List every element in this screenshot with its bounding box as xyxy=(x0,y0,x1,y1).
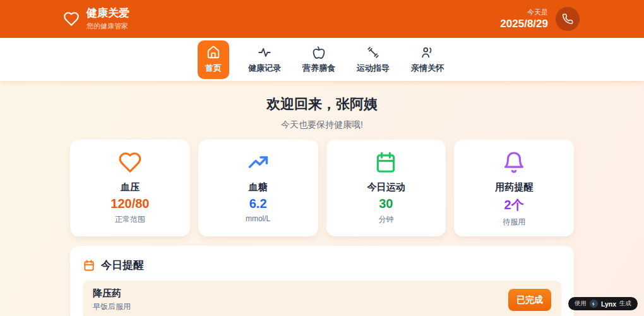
phone-icon xyxy=(562,13,573,25)
health-app-page: 健康关爱 您的健康管家 今天是 2025/8/29 首页 健康记录 营养膳食 xyxy=(0,0,644,316)
apple-icon xyxy=(312,46,326,59)
card-blood-sugar[interactable]: 血糖 6.2 mmol/L xyxy=(198,140,318,236)
tab-label: 营养膳食 xyxy=(302,63,335,74)
home-icon xyxy=(206,46,220,59)
stat-title: 用药提醒 xyxy=(459,181,569,193)
app-title: 健康关爱 xyxy=(86,7,129,20)
header-right: 今天是 2025/8/29 xyxy=(500,7,580,31)
stat-cards: 血压 120/80 正常范围 血糖 6.2 mmol/L 今日运动 30 分钟 … xyxy=(70,140,574,236)
tab-home[interactable]: 首页 xyxy=(198,40,229,79)
tab-label: 亲情关怀 xyxy=(411,63,444,74)
reminders-title: 今日提醒 xyxy=(101,258,144,272)
phone-call-button[interactable] xyxy=(556,7,580,31)
stat-value: 30 xyxy=(331,197,441,211)
app-header: 健康关爱 您的健康管家 今天是 2025/8/29 xyxy=(0,0,644,38)
stat-title: 血压 xyxy=(75,181,185,193)
badge-prefix: 使用 xyxy=(575,300,587,308)
brand-text: 健康关爱 您的健康管家 xyxy=(86,7,129,30)
reminder-done-button[interactable]: 已完成 xyxy=(508,289,551,311)
welcome-title: 欢迎回来，张阿姨 xyxy=(0,95,644,114)
welcome-subtitle: 今天也要保持健康哦! xyxy=(0,119,644,131)
app-subtitle: 您的健康管家 xyxy=(86,21,129,31)
reminder-info: 降压药 早饭后服用 xyxy=(93,288,131,312)
date-box: 今天是 2025/8/29 xyxy=(500,8,548,30)
date-value: 2025/8/29 xyxy=(500,18,548,30)
badge-suffix: 生成 xyxy=(619,300,631,308)
tab-label: 健康记录 xyxy=(248,63,281,74)
lynx-generated-badge[interactable]: 使用 Lynx 生成 xyxy=(568,297,638,310)
tab-family-care[interactable]: 亲情关怀 xyxy=(408,42,446,78)
stat-value: 120/80 xyxy=(75,197,185,211)
badge-brand: Lynx xyxy=(601,300,616,308)
tab-label: 运动指导 xyxy=(357,63,390,74)
main-nav: 首页 健康记录 营养膳食 运动指导 亲情关怀 xyxy=(0,38,644,81)
reminders-header: 今日提醒 xyxy=(83,258,561,272)
stat-value: 6.2 xyxy=(203,197,313,211)
main-content: 欢迎回来，张阿姨 今天也要保持健康哦! 血压 120/80 正常范围 血糖 6.… xyxy=(0,81,644,316)
card-exercise-today[interactable]: 今日运动 30 分钟 xyxy=(326,140,446,236)
tab-health-records[interactable]: 健康记录 xyxy=(246,42,283,78)
stat-unit: mmol/L xyxy=(203,214,313,223)
reminders-panel: 今日提醒 降压药 早饭后服用 已完成 xyxy=(70,246,574,316)
date-label: 今天是 xyxy=(500,8,548,17)
tab-exercise[interactable]: 运动指导 xyxy=(354,42,392,78)
stat-title: 血糖 xyxy=(203,181,313,193)
stat-value: 2个 xyxy=(459,197,569,214)
tab-nutrition[interactable]: 营养膳食 xyxy=(300,42,338,78)
heart-icon xyxy=(118,150,142,174)
lynx-logo-icon xyxy=(590,300,598,308)
reminder-note: 早饭后服用 xyxy=(93,301,131,312)
stat-title: 今日运动 xyxy=(331,181,441,193)
bell-icon xyxy=(502,150,526,174)
card-medication-reminder[interactable]: 用药提醒 2个 待服用 xyxy=(454,140,574,236)
trending-up-icon xyxy=(246,150,270,174)
stat-unit: 正常范围 xyxy=(75,214,185,225)
heart-logo-icon xyxy=(63,11,80,27)
dumbbell-icon xyxy=(366,46,380,59)
reminder-row: 降压药 早饭后服用 已完成 xyxy=(83,281,561,316)
app-brand: 健康关爱 您的健康管家 xyxy=(63,7,129,30)
stat-unit: 待服用 xyxy=(459,217,569,228)
users-icon xyxy=(420,46,434,59)
card-blood-pressure[interactable]: 血压 120/80 正常范围 xyxy=(70,140,190,236)
stat-unit: 分钟 xyxy=(331,214,441,225)
calendar-icon xyxy=(374,150,398,174)
reminder-name: 降压药 xyxy=(93,288,131,300)
tab-label: 首页 xyxy=(205,63,222,74)
calendar-icon xyxy=(83,259,95,272)
activity-icon xyxy=(258,46,271,59)
